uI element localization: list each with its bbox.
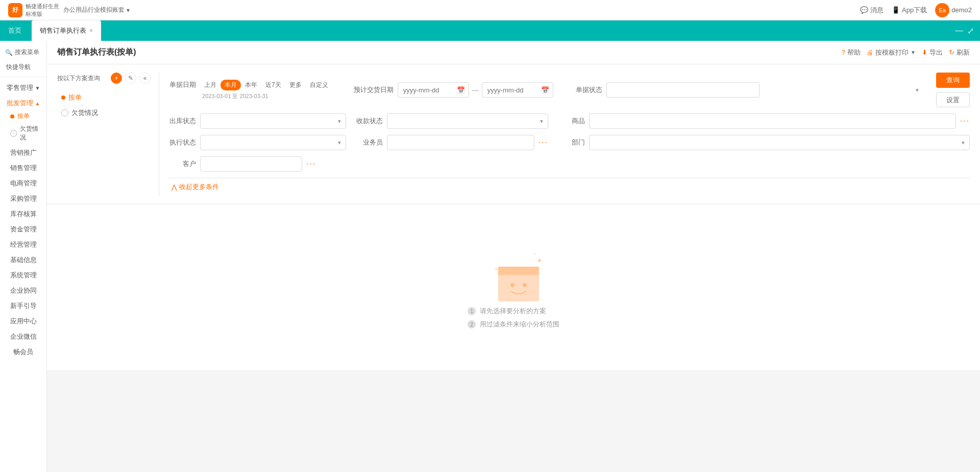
filter-customer: 客户 ··· (167, 156, 316, 172)
filter-date-field: 单据日期 上月 本月 本年 近7天 更多 自定义 2023-03-01 至 20… (167, 80, 332, 100)
scheme-collapse-button[interactable]: « (139, 73, 151, 84)
empty-tip-2: 2 用过滤条件来缩小分析范围 (468, 320, 559, 329)
chevron-up-icon: ▲ (35, 101, 40, 106)
tab-bar: 首页 销售订单执行表 × — ⤢ (0, 20, 980, 41)
date-start-input[interactable] (398, 82, 469, 98)
sidebar-item-retail[interactable]: 零售管理 ▼ (0, 79, 46, 95)
page-actions: ? 帮助 🖨 按模板打印 ▼ ⬇ 导出 ↻ 刷新 (842, 48, 970, 63)
filter-sales-person: 业务员 ··· (354, 135, 548, 150)
date-tab-custom[interactable]: 自定义 (306, 80, 332, 90)
filter-goods: 商品 ··· (556, 113, 970, 129)
tab-sales-order[interactable]: 销售订单执行表 × (32, 20, 101, 41)
filter-exec-status: 执行状态 ▼ (167, 135, 346, 150)
filter-department: 部门 ▼ (556, 135, 970, 150)
payment-select-wrap: ▼ (387, 113, 548, 129)
scheme-add-button[interactable]: + (111, 73, 122, 84)
scheme-edit-button[interactable]: ✎ (125, 73, 136, 84)
status-select[interactable] (606, 82, 760, 98)
empty-state: ✦ ✦ ✦ 1 请先选择要分析的方案 2 用过滤条件来缩小分析范围 (47, 204, 980, 370)
scheme-item-qiankuan[interactable]: 欠货情况 (57, 105, 151, 121)
dept-select-wrap: ▼ (589, 135, 970, 150)
tab-close-icon[interactable]: × (89, 27, 93, 34)
search-button[interactable]: 查询 (936, 73, 970, 88)
date-tab-this-month[interactable]: 本月 (220, 80, 241, 90)
empty-illustration: ✦ ✦ ✦ (488, 245, 539, 296)
tab-maximize-icon[interactable]: ⤢ (967, 26, 974, 36)
out-status-select[interactable] (200, 113, 346, 129)
scheme-item-anpai[interactable]: 按单 (57, 90, 151, 105)
message-button[interactable]: 💬 消息 (860, 6, 884, 15)
refresh-button[interactable]: ↻ 刷新 (949, 48, 970, 57)
filter-expected-date: 预计交货日期 📅 — 📅 (353, 82, 553, 98)
collapse-filters: ⋀ 收起更多条件 (167, 178, 970, 196)
scheme-actions: + ✎ « (111, 73, 151, 84)
sales-person-input[interactable] (387, 135, 534, 150)
date-start-wrap: 📅 (398, 82, 469, 98)
content-area: 销售订单执行表(按单) ? 帮助 🖨 按模板打印 ▼ ⬇ 导出 ↻ 刷新 (47, 41, 980, 472)
sidebar-item-appstore[interactable]: 应用中心 (0, 313, 46, 328)
settings-button[interactable]: 设置 (936, 92, 970, 107)
scheme-header: 按以下方案查询 + ✎ « (57, 73, 151, 84)
sidebar: 🔍 搜索菜单 快捷导航 零售管理 ▼ 批发管理 ▲ 按单 ○ (0, 41, 47, 472)
exec-status-select[interactable] (200, 135, 346, 150)
sidebar-item-basic[interactable]: 基础信息 (0, 251, 46, 267)
breadcrumb[interactable]: 办公用品行业模拟账套 ▾ (63, 6, 130, 14)
sidebar-item-enterprise[interactable]: 企业协同 (0, 282, 46, 297)
sidebar-item-purchase[interactable]: 采购管理 (0, 190, 46, 205)
top-bar: 好 畅捷通好生意 标准版 办公用品行业模拟账套 ▾ 💬 消息 📱 App下载 E… (0, 0, 980, 20)
goods-dots-button[interactable]: ··· (960, 116, 970, 126)
svg-text:✦: ✦ (533, 252, 536, 256)
print-arrow-icon: ▼ (911, 50, 916, 55)
date-end-wrap: 📅 (482, 82, 553, 98)
logo-area: 好 畅捷通好生意 标准版 (8, 3, 59, 17)
payment-select[interactable] (387, 113, 548, 129)
sidebar-item-wechat[interactable]: 企业微信 (0, 328, 46, 343)
sales-dots-button[interactable]: ··· (538, 138, 548, 147)
date-tab-this-year[interactable]: 本年 (241, 80, 261, 90)
date-range: 📅 — 📅 (398, 82, 553, 98)
date-end-input[interactable] (482, 82, 553, 98)
sidebar-item-marketing[interactable]: 营销推广 (0, 144, 46, 159)
filter-row-4: 客户 ··· (167, 156, 970, 172)
breadcrumb-arrow-icon: ▾ (127, 7, 130, 14)
dept-select[interactable] (589, 135, 970, 150)
sidebar-search[interactable]: 🔍 搜索菜单 (0, 45, 46, 60)
action-buttons: 查询 设置 (936, 73, 970, 107)
sidebar-item-ecommerce[interactable]: 电商管理 (0, 175, 46, 190)
logo-text: 畅捷通好生意 标准版 (26, 3, 59, 17)
collapse-more-button[interactable]: ⋀ 收起更多条件 (172, 182, 219, 192)
help-button[interactable]: ? 帮助 (842, 48, 861, 57)
date-tab-last-month[interactable]: 上月 (200, 80, 220, 90)
sidebar-item-sales[interactable]: 销售管理 (0, 159, 46, 175)
date-tab-7days[interactable]: 近7天 (261, 80, 285, 90)
customer-input[interactable] (200, 156, 302, 172)
tab-home[interactable]: 首页 (0, 20, 30, 41)
sidebar-sub-qiankuan[interactable]: ○ 欠货情况 (6, 123, 46, 144)
tab-minimize-icon[interactable]: — (955, 26, 963, 35)
app-download-button[interactable]: 📱 App下载 (892, 6, 927, 15)
print-button[interactable]: 🖨 按模板打印 ▼ (867, 48, 916, 57)
sidebar-item-finance[interactable]: 资金管理 (0, 221, 46, 236)
sidebar-item-inventory[interactable]: 库存核算 (0, 205, 46, 221)
scheme-panel: 按以下方案查询 + ✎ « 按单 欠货情况 (57, 73, 159, 196)
exec-status-select-wrap: ▼ (200, 135, 346, 150)
refresh-icon: ↻ (949, 49, 954, 56)
sidebar-item-quick-nav[interactable]: 快捷导航 (0, 60, 46, 75)
download-icon: 📱 (892, 6, 900, 14)
print-icon: 🖨 (867, 49, 873, 56)
date-tab-more[interactable]: 更多 (285, 80, 306, 90)
filter-panel: 按以下方案查询 + ✎ « 按单 欠货情况 (47, 64, 980, 204)
export-button[interactable]: ⬇ 导出 (922, 48, 943, 57)
sidebar-item-operation[interactable]: 经营管理 (0, 236, 46, 251)
sidebar-item-newbie[interactable]: 新手引导 (0, 297, 46, 313)
sidebar-sub-anpai[interactable]: 按单 (6, 110, 46, 123)
svg-rect-0 (498, 273, 539, 301)
sidebar-item-wholesale[interactable]: 批发管理 ▲ (0, 95, 46, 110)
filter-row-2: 出库状态 ▼ 收款状态 (167, 113, 970, 129)
customer-dots-button[interactable]: ··· (306, 159, 316, 169)
export-icon: ⬇ (922, 49, 927, 56)
user-area[interactable]: Ea demo2 (935, 3, 972, 17)
sidebar-item-system[interactable]: 系统管理 (0, 267, 46, 282)
sidebar-item-member[interactable]: 畅会员 (0, 343, 46, 359)
goods-input[interactable] (589, 113, 956, 129)
